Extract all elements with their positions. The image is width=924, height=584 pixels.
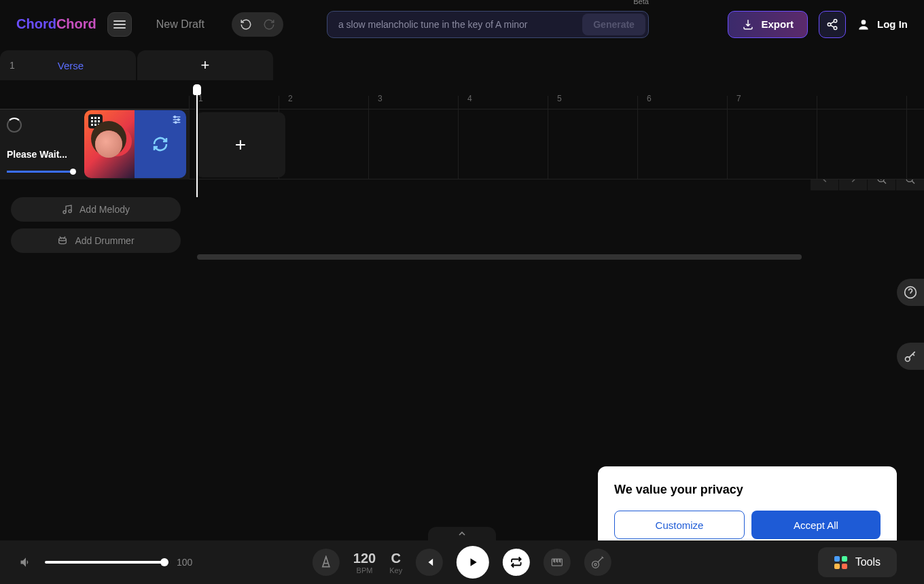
undo-icon xyxy=(240,18,252,31)
grid-icon[interactable] xyxy=(88,114,103,128)
player-bar: 100 120 BPM C Key xyxy=(0,540,924,584)
regenerate-button[interactable] xyxy=(135,110,186,178)
svg-point-9 xyxy=(63,211,66,213)
expand-panel-button[interactable] xyxy=(428,527,496,540)
playhead[interactable] xyxy=(193,84,201,197)
ruler-mark: 4 xyxy=(467,94,472,103)
bpm-value: 120 xyxy=(353,551,376,566)
metronome-button[interactable] xyxy=(313,549,340,576)
section-name: Verse xyxy=(58,60,84,71)
loop-icon xyxy=(510,556,522,568)
share-button[interactable] xyxy=(819,11,846,38)
generate-button[interactable]: Generate xyxy=(582,14,645,35)
play-button[interactable] xyxy=(457,546,489,579)
download-icon xyxy=(742,18,754,31)
ruler-mark: 3 xyxy=(378,94,383,103)
logo[interactable]: ChordChord xyxy=(16,16,96,32)
user-icon xyxy=(857,18,870,31)
svg-point-13 xyxy=(906,357,910,362)
draft-title[interactable]: New Draft xyxy=(156,18,205,31)
section-number: 1 xyxy=(10,60,15,71)
tools-button[interactable]: Tools xyxy=(818,547,897,577)
track-artwork xyxy=(84,110,135,178)
undo-redo-group xyxy=(232,12,283,37)
track-lane[interactable]: + xyxy=(189,109,924,179)
svg-point-10 xyxy=(69,210,71,213)
ruler-mark: 6 xyxy=(647,94,652,103)
share-icon xyxy=(826,18,838,31)
export-label: Export xyxy=(761,18,794,30)
loading-spinner-icon xyxy=(7,118,22,133)
prompt-bar: Generate xyxy=(327,11,649,38)
ruler-mark: 2 xyxy=(288,94,293,103)
add-drummer-button[interactable]: Add Drummer xyxy=(11,228,181,253)
key-icon xyxy=(904,349,917,363)
timeline-scrollbar[interactable] xyxy=(197,254,802,260)
add-melody-button[interactable]: Add Melody xyxy=(11,197,181,222)
beta-label: Beta xyxy=(633,0,649,5)
hamburger-icon xyxy=(113,18,126,31)
section-tab-1[interactable]: 1 Verse xyxy=(0,50,136,80)
skip-back-button[interactable] xyxy=(416,549,443,576)
privacy-customize-button[interactable]: Customize xyxy=(614,511,745,539)
ruler-mark: 5 xyxy=(557,94,562,103)
svg-point-8 xyxy=(175,122,177,124)
svg-point-7 xyxy=(177,119,179,121)
ruler-mark: 7 xyxy=(736,94,741,103)
login-label: Log In xyxy=(877,18,908,30)
key-value: C xyxy=(389,551,402,566)
svg-point-1 xyxy=(828,22,831,26)
volume-icon[interactable] xyxy=(19,555,33,569)
export-button[interactable]: Export xyxy=(728,11,808,38)
key-control[interactable]: C Key xyxy=(389,551,402,574)
sections-bar: 1 Verse + xyxy=(0,49,924,82)
track-instrument-card[interactable] xyxy=(84,110,186,178)
tools-label: Tools xyxy=(855,556,881,568)
piano-icon xyxy=(550,555,564,569)
skip-back-icon xyxy=(424,557,435,568)
privacy-title: We value your privacy xyxy=(614,483,881,497)
timeline-ruler[interactable]: 1 2 3 4 5 6 7 xyxy=(197,82,810,109)
volume-slider[interactable] xyxy=(45,561,164,564)
svg-point-3 xyxy=(861,20,866,24)
key-button[interactable] xyxy=(897,343,924,370)
loop-button[interactable] xyxy=(503,549,530,576)
volume-value: 100 xyxy=(177,557,192,568)
drum-icon xyxy=(57,235,68,246)
svg-point-11 xyxy=(59,238,67,241)
svg-point-0 xyxy=(834,19,837,22)
metronome-icon xyxy=(319,555,333,569)
chevron-up-icon xyxy=(457,528,467,539)
settings-icon[interactable] xyxy=(171,114,182,125)
track-volume-slider[interactable] xyxy=(7,171,73,173)
track-header[interactable]: Please Wait... xyxy=(0,109,189,179)
add-section-button[interactable]: + xyxy=(137,50,273,80)
redo-button[interactable] xyxy=(257,15,281,34)
svg-point-16 xyxy=(594,564,597,566)
undo-button[interactable] xyxy=(234,15,257,34)
login-button[interactable]: Log In xyxy=(857,18,908,31)
tools-icon xyxy=(834,556,847,569)
track-row: Please Wait... xyxy=(0,109,924,179)
svg-point-2 xyxy=(834,27,837,30)
key-label: Key xyxy=(389,566,402,574)
guitar-button[interactable] xyxy=(584,549,611,576)
piano-button[interactable] xyxy=(544,549,571,576)
guitar-icon xyxy=(591,555,605,569)
play-icon xyxy=(466,555,480,569)
privacy-accept-button[interactable]: Accept All xyxy=(751,511,881,539)
prompt-input[interactable] xyxy=(338,19,582,30)
menu-button[interactable] xyxy=(107,12,132,37)
add-melody-label: Add Melody xyxy=(79,204,130,215)
add-clip-button[interactable]: + xyxy=(196,112,285,177)
redo-icon xyxy=(263,18,275,31)
svg-point-6 xyxy=(174,116,176,118)
help-icon xyxy=(904,286,917,299)
melody-icon xyxy=(62,204,73,215)
add-drummer-label: Add Drummer xyxy=(75,235,134,246)
bpm-label: BPM xyxy=(353,566,376,574)
refresh-icon xyxy=(152,136,168,152)
bpm-control[interactable]: 120 BPM xyxy=(353,551,376,574)
help-button[interactable] xyxy=(897,279,924,306)
